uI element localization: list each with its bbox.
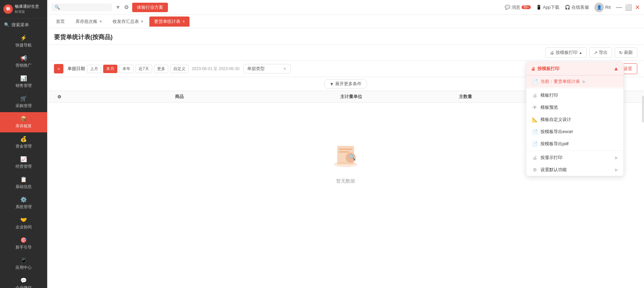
sidebar-item-guide-label: 新手引导: [16, 245, 32, 250]
date-range: 2023-06-01 至 2023-06-30: [192, 66, 239, 72]
tab-batch[interactable]: 库存批次账 ×: [71, 17, 107, 27]
printer-icon: 🖨: [550, 50, 554, 55]
topbar: 🔍 ▼ ⚙ 体验行业方案 💬 消息 99+ 📱 App下载 🎧 在线客服 👤: [47, 0, 644, 15]
marketing-icon: 📢: [20, 55, 27, 61]
export-button[interactable]: ↗ 导出: [589, 47, 612, 58]
svg-rect-3: [339, 151, 349, 153]
dropdown-divider-1: [526, 88, 623, 89]
logo-badge: 标准版: [15, 9, 39, 14]
sidebar-search[interactable]: 🔍 搜索菜单: [0, 19, 47, 31]
topbar-dropdown-icon[interactable]: ▼: [115, 4, 121, 10]
sidebar-item-sales-label: 销售管理: [16, 83, 32, 89]
dropdown-display-print[interactable]: 🖨 按显示打印 ▶: [526, 152, 623, 164]
sidebar-item-quicknav-label: 快捷导航: [16, 42, 32, 48]
message-icon: 💬: [505, 5, 510, 10]
inventory-icon: 📦: [20, 116, 27, 122]
tab-batch-close[interactable]: ×: [99, 19, 102, 24]
search-icon: 🔍: [4, 22, 9, 27]
sidebar-item-purchase[interactable]: 🛒 采购管理: [0, 92, 47, 112]
sidebar: 畅 畅康通好生意 标准版 🔍 搜索菜单 ⚡ 快捷导航 📢 营销推广 📊 销售管理…: [0, 0, 47, 288]
dropdown-template-print[interactable]: 🖨 模板打印: [526, 89, 623, 101]
page-title: 要货单统计表(按商品): [54, 33, 637, 41]
sidebar-item-wechat[interactable]: 💬 企业微信: [0, 274, 47, 288]
tab-order-stats-close[interactable]: ×: [182, 19, 185, 24]
default-func-icon: ⚙: [532, 167, 538, 172]
order-type-select[interactable]: 单据类型 ▼: [243, 64, 291, 73]
sidebar-item-apps-label: 应用中心: [16, 265, 32, 270]
content-area: 要货单统计表(按商品) 🖨 按模板打印 ▲ ↗ 导出 ↻ 刷新 »: [47, 28, 644, 288]
date-btn-custom[interactable]: 自定义: [170, 65, 188, 73]
tab-receipts-label: 收发存汇总表: [113, 19, 139, 25]
messages-item[interactable]: 💬 消息 99+: [505, 4, 531, 10]
dropdown-template-design[interactable]: 📐 模板自定义设计: [526, 114, 623, 126]
export-pdf-icon: 📄: [532, 141, 538, 147]
expand-more-button[interactable]: ▼ 展开更多条件: [324, 79, 368, 89]
empty-icon: 🔍: [329, 139, 362, 173]
sidebar-item-marketing[interactable]: 📢 营销推广: [0, 52, 47, 72]
sidebar-item-quicknav[interactable]: ⚡ 快捷导航: [0, 31, 47, 52]
sidebar-item-operations[interactable]: 📈 经营管理: [0, 153, 47, 173]
vertical-scrollbar[interactable]: [642, 96, 644, 123]
svg-text:🔍: 🔍: [349, 154, 356, 161]
sidebar-item-collab[interactable]: 🤝 企业协同: [0, 213, 47, 233]
print-arrow-icon: ▲: [579, 51, 582, 55]
user-avatar-item[interactable]: 👤 Rit: [594, 3, 611, 12]
sidebar-item-wechat-label: 企业微信: [16, 285, 32, 288]
display-print-arrow: ▶: [615, 155, 618, 160]
th-product: 商品: [65, 94, 294, 100]
settings-col-icon[interactable]: ⚙: [57, 94, 61, 99]
basic-icon: 📋: [20, 176, 27, 183]
svg-rect-2: [339, 149, 352, 150]
page-header: 要货单统计表(按商品): [47, 28, 644, 45]
user-name: Rit: [605, 5, 611, 10]
date-btn-more[interactable]: 更多: [154, 65, 168, 73]
logo-name: 畅康通好生意: [15, 4, 39, 9]
messages-badge: 99+: [522, 5, 531, 9]
refresh-button[interactable]: ↻ 刷新: [615, 47, 637, 58]
sidebar-item-guide[interactable]: 🎯 新手引导: [0, 233, 47, 254]
dropdown-default-func[interactable]: ⚙ 设置默认功能 ▶: [526, 164, 623, 176]
tab-receipts-close[interactable]: ×: [141, 19, 143, 24]
app-icon: 📱: [536, 5, 541, 10]
sidebar-item-inventory[interactable]: 📦 库存核算: [0, 112, 47, 132]
toolbar-expand-btn[interactable]: »: [54, 64, 63, 73]
maximize-icon[interactable]: ⬜: [625, 4, 632, 11]
print-button[interactable]: 🖨 按模板打印 ▲: [546, 47, 587, 58]
dropdown-current-item[interactable]: 📄 当前：要货单统计表 ▶: [526, 75, 623, 88]
sidebar-item-basic[interactable]: 📋 基础信息: [0, 173, 47, 193]
dropdown-export-pdf[interactable]: 📄 按模板导出pdf: [526, 138, 623, 150]
close-window-icon[interactable]: ✕: [635, 4, 640, 11]
display-print-label: 按显示打印: [540, 155, 562, 161]
date-btn-thismonth[interactable]: 本月: [103, 65, 117, 73]
date-btn-thisyear[interactable]: 本年: [119, 65, 134, 73]
sidebar-item-finance[interactable]: 💰 资金管理: [0, 132, 47, 153]
system-icon: ⚙️: [20, 196, 27, 203]
sidebar-item-sales[interactable]: 📊 销售管理: [0, 72, 47, 92]
template-design-icon: 📐: [532, 117, 538, 122]
dropdown-divider-2: [526, 151, 623, 151]
dropdown-close-icon[interactable]: ▲: [613, 66, 619, 72]
date-group: 单据日期 上月 本月 本年 近7天 更多 自定义 2023-06-01 至 20…: [67, 65, 239, 73]
order-type-label: 单据类型: [247, 66, 265, 72]
date-btn-7days[interactable]: 近7天: [136, 65, 152, 73]
template-design-label: 模板自定义设计: [540, 117, 571, 123]
online-service-item[interactable]: 🎧 在线客服: [565, 4, 589, 10]
dropdown-template-preview[interactable]: 👁 模板预览: [526, 101, 623, 114]
topbar-search-box[interactable]: 🔍: [51, 3, 112, 11]
minimize-icon[interactable]: —: [616, 4, 622, 11]
dropdown-export-excel[interactable]: 📄 按模板导出excel: [526, 126, 623, 138]
export-label: 导出: [599, 50, 608, 56]
sidebar-item-apps[interactable]: 📱 应用中心: [0, 254, 47, 274]
tab-order-stats-label: 要货单统计表: [154, 19, 180, 25]
trial-button[interactable]: 体验行业方案: [132, 3, 168, 12]
tab-home[interactable]: 首页: [51, 17, 69, 27]
tab-order-stats[interactable]: 要货单统计表 ×: [149, 17, 189, 27]
tab-receipts[interactable]: 收发存汇总表 ×: [108, 17, 148, 27]
app-download-item[interactable]: 📱 App下载: [536, 4, 559, 10]
sidebar-item-system[interactable]: ⚙️ 系统管理: [0, 193, 47, 213]
sidebar-item-purchase-label: 采购管理: [16, 103, 32, 109]
date-btn-lastmonth[interactable]: 上月: [87, 65, 101, 73]
current-arrow-icon: ▶: [583, 79, 586, 84]
topbar-settings-icon[interactable]: ⚙: [124, 4, 129, 10]
template-preview-label: 模板预览: [540, 104, 558, 110]
